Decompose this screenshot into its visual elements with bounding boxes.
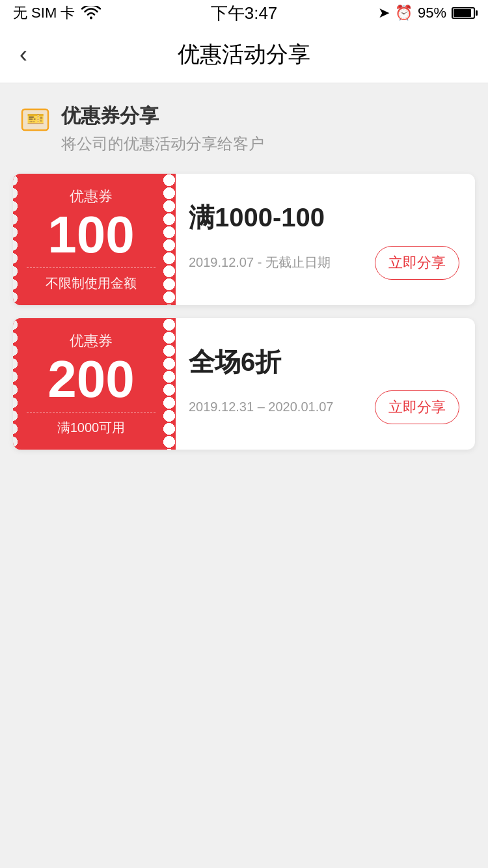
battery-percent: 95% — [418, 5, 446, 21]
coupon-left-2: 优惠券 200 满1000可用 — [13, 318, 169, 450]
empty-area — [0, 476, 488, 801]
section-header: 🎫 优惠券分享 将公司的优惠活动分享给客户 — [0, 83, 488, 167]
coupon-right-2: 全场6折 2019.12.31 – 2020.01.07 立即分享 — [169, 318, 475, 450]
coupon-amount-2: 200 — [47, 353, 134, 405]
coupon-label-2: 优惠券 — [70, 331, 113, 351]
coupon-right-1: 满1000-100 2019.12.07 - 无截止日期 立即分享 — [169, 174, 475, 305]
coupon-amount-1: 100 — [47, 209, 134, 261]
coupon-card-2: 优惠券 200 满1000可用 全场6折 2019.12.31 – 2020.0… — [13, 318, 475, 450]
location-icon: ➤ — [378, 5, 390, 21]
coupon-date-2: 2019.12.31 – 2020.01.07 — [189, 400, 368, 414]
share-button-1[interactable]: 立即分享 — [375, 246, 459, 280]
coupon-meta-2: 2019.12.31 – 2020.01.07 立即分享 — [189, 390, 459, 424]
section-title: 优惠券分享 — [61, 103, 264, 129]
coupon-condition-1: 不限制使用金额 — [46, 275, 137, 292]
status-right: ➤ ⏰ 95% — [378, 5, 475, 21]
alarm-icon: ⏰ — [395, 5, 413, 21]
coupons-container: 优惠券 100 不限制使用金额 满1000-100 2019.12.07 - 无… — [0, 167, 488, 476]
coupon-divider-1 — [27, 267, 156, 268]
share-button-2[interactable]: 立即分享 — [375, 390, 459, 424]
coupon-divider-2 — [27, 412, 156, 413]
status-time: 下午3:47 — [211, 2, 278, 25]
wifi-icon — [81, 6, 101, 20]
back-button[interactable]: ‹ — [20, 41, 27, 68]
coupon-date-1: 2019.12.07 - 无截止日期 — [189, 254, 368, 271]
page-title: 优惠活动分享 — [178, 40, 310, 70]
coupon-left-1: 优惠券 100 不限制使用金额 — [13, 174, 169, 305]
svg-point-0 — [90, 17, 92, 20]
section-subtitle: 将公司的优惠活动分享给客户 — [61, 133, 264, 154]
coupon-share-icon: 🎫 — [20, 104, 51, 135]
coupon-name-2: 全场6折 — [189, 344, 459, 380]
coupon-condition-2: 满1000可用 — [57, 419, 126, 437]
status-bar: 无 SIM 卡 下午3:47 ➤ ⏰ 95% — [0, 0, 488, 26]
coupon-meta-1: 2019.12.07 - 无截止日期 立即分享 — [189, 246, 459, 280]
coupon-label-1: 优惠券 — [70, 187, 113, 206]
battery-icon — [452, 7, 475, 19]
carrier-text: 无 SIM 卡 — [13, 3, 75, 23]
nav-bar: ‹ 优惠活动分享 — [0, 26, 488, 83]
section-text: 优惠券分享 将公司的优惠活动分享给客户 — [61, 103, 264, 154]
svg-text:🎫: 🎫 — [27, 110, 45, 128]
coupon-card-1: 优惠券 100 不限制使用金额 满1000-100 2019.12.07 - 无… — [13, 174, 475, 305]
coupon-name-1: 满1000-100 — [189, 200, 459, 236]
status-left: 无 SIM 卡 — [13, 3, 101, 23]
